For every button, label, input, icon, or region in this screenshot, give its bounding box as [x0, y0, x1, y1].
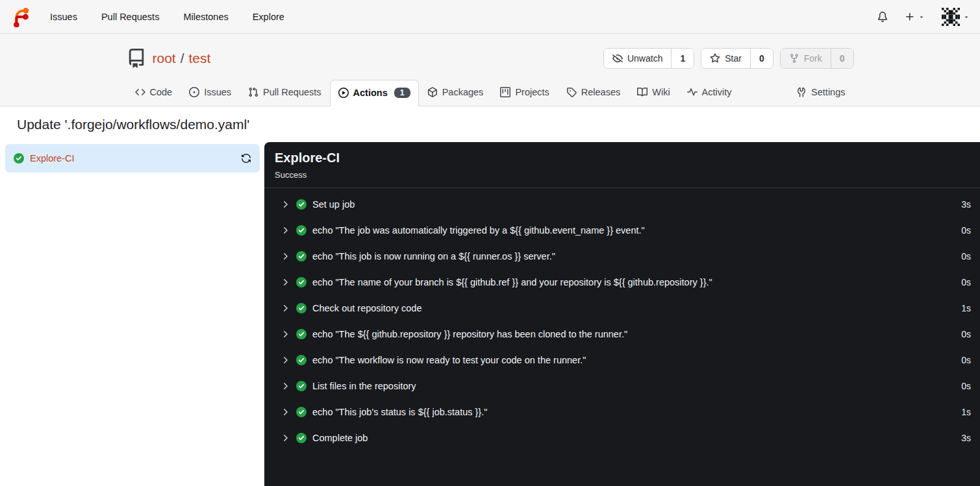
star-button-group: Star0 [701, 48, 773, 69]
star-count[interactable]: 0 [750, 49, 773, 68]
chevron-right-icon[interactable] [280, 329, 290, 339]
tab-code[interactable]: Code [127, 79, 181, 106]
chevron-right-icon[interactable] [280, 381, 290, 391]
tab-badge: 1 [394, 88, 410, 98]
job-step-row[interactable]: echo "The ${{ github.repository }} repos… [264, 321, 980, 347]
refresh-icon[interactable] [241, 153, 251, 164]
user-menu-button[interactable] [942, 8, 970, 26]
check-circle-icon [296, 329, 307, 339]
chevron-right-icon[interactable] [280, 303, 290, 313]
step-name: echo "This job's status is ${{ job.statu… [312, 407, 487, 417]
job-list-sidebar: Explore-CI [0, 142, 264, 486]
top-navbar: IssuesPull RequestsMilestonesExplore [0, 0, 980, 34]
tab-activity[interactable]: Activity [679, 79, 740, 106]
job-log-panel: Explore-CI Success Set up job3secho "The… [264, 142, 980, 486]
fork-label: Fork [804, 53, 822, 64]
tab-packages[interactable]: Packages [419, 79, 492, 106]
job-step-row[interactable]: echo "The job was automatically triggere… [264, 217, 980, 243]
chevron-right-icon[interactable] [280, 225, 290, 236]
step-duration: 0s [961, 251, 971, 261]
issue-icon [189, 87, 199, 97]
check-circle-icon [296, 355, 307, 365]
fork-count: 0 [831, 49, 853, 68]
job-step-row[interactable]: echo "This job's status is ${{ job.statu… [264, 399, 980, 425]
step-name: echo "The ${{ github.repository }} repos… [312, 329, 627, 339]
plus-icon [905, 12, 915, 22]
job-step-row[interactable]: echo "The name of your branch is ${{ git… [264, 269, 980, 295]
repo-header: root / test Unwatch1Star0Fork0 CodeIssue… [0, 34, 980, 106]
chevron-right-icon[interactable] [280, 251, 290, 261]
check-circle-icon [296, 381, 307, 391]
navbar-link-pull-requests[interactable]: Pull Requests [101, 12, 159, 22]
job-step-row[interactable]: Check out repository code1s [264, 295, 980, 321]
package-icon [427, 87, 438, 97]
step-duration: 0s [961, 277, 971, 287]
tab-releases[interactable]: Releases [558, 79, 629, 106]
job-step-row[interactable]: Complete job3s [264, 425, 980, 451]
step-duration: 1s [961, 303, 971, 313]
chevron-down-icon [963, 14, 970, 20]
tab-actions[interactable]: Actions1 [330, 80, 419, 106]
tab-issues[interactable]: Issues [181, 79, 240, 106]
step-name: echo "The job was automatically triggere… [312, 225, 645, 236]
star-icon [710, 53, 720, 64]
chevron-right-icon[interactable] [280, 433, 290, 443]
chevron-down-icon [918, 14, 925, 20]
navbar-link-milestones[interactable]: Milestones [183, 12, 228, 22]
repo-tabs: CodeIssuesPull RequestsActions1PackagesP… [127, 79, 854, 106]
page-title: Update '.forgejo/workflows/demo.yaml' [17, 117, 980, 132]
check-circle-icon [296, 225, 307, 236]
repo-name-link[interactable]: test [189, 51, 211, 66]
repo-owner-link[interactable]: root [153, 51, 176, 66]
step-name: List files in the repository [312, 381, 416, 391]
tab-pull-requests[interactable]: Pull Requests [240, 79, 329, 106]
notifications-button[interactable] [877, 12, 888, 22]
main-content: Update '.forgejo/workflows/demo.yaml' Ex… [0, 106, 980, 486]
navbar-link-explore[interactable]: Explore [253, 12, 284, 22]
check-circle-icon [296, 433, 307, 443]
step-name: echo "The workflow is now ready to test … [312, 355, 586, 365]
job-steps-list: Set up job3secho "The job was automatica… [264, 188, 980, 451]
job-list-item[interactable]: Explore-CI [5, 144, 260, 173]
step-duration: 0s [961, 381, 971, 391]
job-step-row[interactable]: echo "This job is now running on a ${{ r… [264, 243, 980, 269]
forgejo-logo-icon[interactable] [10, 6, 31, 27]
step-duration: 1s [961, 407, 971, 417]
job-status-text: Success [275, 170, 970, 180]
unwatch-count[interactable]: 1 [671, 49, 694, 68]
repo-title-row: root / test Unwatch1Star0Fork0 [127, 34, 854, 69]
job-step-row[interactable]: List files in the repository0s [264, 373, 980, 399]
chevron-right-icon[interactable] [280, 277, 290, 287]
project-icon [500, 87, 510, 97]
step-duration: 0s [961, 355, 971, 365]
pull-request-icon [248, 87, 258, 97]
fork-button-group: Fork0 [780, 48, 854, 69]
navbar-right [877, 8, 970, 26]
breadcrumb-separator: / [181, 51, 184, 66]
wrench-icon [796, 87, 807, 97]
tab-projects[interactable]: Projects [492, 79, 557, 106]
chevron-right-icon[interactable] [280, 199, 290, 210]
tab-wiki[interactable]: Wiki [629, 79, 678, 106]
chevron-right-icon[interactable] [280, 355, 290, 365]
check-circle-icon [296, 407, 307, 417]
check-circle-icon [14, 153, 24, 164]
unwatch-button[interactable]: Unwatch [604, 49, 671, 68]
navbar-link-issues[interactable]: Issues [50, 12, 77, 22]
step-name: Complete job [312, 433, 368, 443]
check-circle-icon [296, 199, 307, 210]
navbar-links: IssuesPull RequestsMilestonesExplore [50, 12, 284, 22]
play-circle-icon [338, 88, 349, 98]
job-name: Explore-CI [30, 153, 75, 164]
check-circle-icon [296, 277, 307, 287]
unwatch-label: Unwatch [627, 53, 662, 64]
repo-action-buttons: Unwatch1Star0Fork0 [603, 48, 854, 69]
step-duration: 0s [961, 329, 971, 339]
avatar [942, 8, 960, 26]
tab-settings[interactable]: Settings [788, 79, 853, 106]
create-new-button[interactable] [905, 12, 925, 22]
job-step-row[interactable]: Set up job3s [264, 191, 980, 217]
star-button[interactable]: Star [701, 49, 750, 68]
chevron-right-icon[interactable] [280, 407, 290, 417]
job-step-row[interactable]: echo "The workflow is now ready to test … [264, 347, 980, 373]
